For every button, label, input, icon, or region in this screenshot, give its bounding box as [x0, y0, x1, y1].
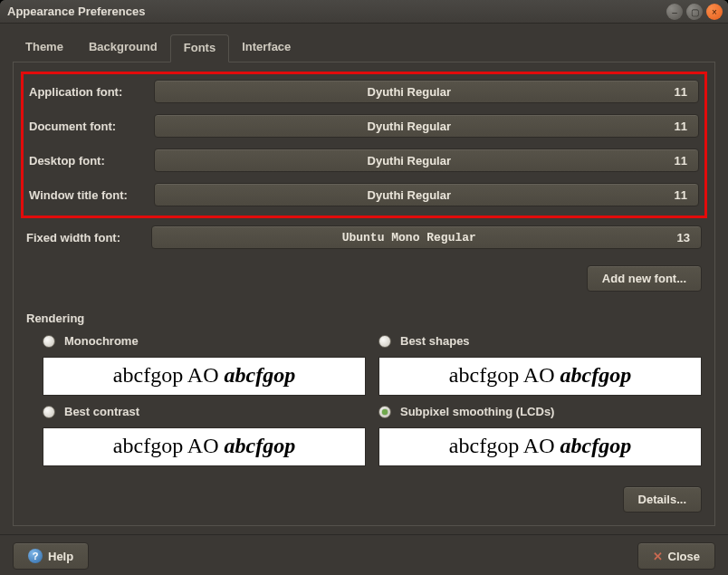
tab-fonts[interactable]: Fonts	[170, 34, 229, 62]
document-font-name: Dyuthi Regular	[155, 120, 664, 133]
close-button[interactable]: ✕ Close	[637, 542, 715, 570]
help-icon: ?	[28, 549, 43, 563]
details-button[interactable]: Details...	[623, 486, 702, 513]
desktop-font-size: 11	[664, 154, 698, 168]
add-new-font-button[interactable]: Add new font...	[587, 265, 702, 292]
minimize-icon[interactable]: –	[666, 4, 683, 20]
window-title-font-size: 11	[664, 188, 698, 202]
application-font-button[interactable]: Dyuthi Regular 11	[154, 80, 699, 103]
rendering-heading: Rendering	[26, 311, 702, 325]
radio-icon	[43, 335, 55, 348]
highlight-box: Application font: Dyuthi Regular 11 Docu…	[21, 72, 707, 218]
document-font-label: Document font:	[29, 120, 154, 133]
radio-best-contrast[interactable]: Best contrast	[43, 405, 366, 418]
application-font-size: 11	[664, 85, 698, 99]
desktop-font-label: Desktop font:	[29, 154, 154, 168]
document-font-size: 11	[664, 120, 698, 133]
radio-best-shapes[interactable]: Best shapes	[378, 334, 702, 348]
radio-monochrome[interactable]: Monochrome	[43, 334, 366, 348]
fonts-panel: Application font: Dyuthi Regular 11 Docu…	[13, 62, 715, 526]
window-title-font-name: Dyuthi Regular	[155, 188, 664, 202]
help-button[interactable]: ? Help	[13, 542, 89, 570]
application-font-label: Application font:	[29, 85, 154, 99]
tab-interface[interactable]: Interface	[229, 34, 303, 62]
titlebar[interactable]: Appearance Preferences – ▢ ×	[0, 0, 728, 24]
application-font-name: Dyuthi Regular	[155, 85, 664, 99]
window-title-font-label: Window title font:	[29, 188, 154, 202]
desktop-font-name: Dyuthi Regular	[155, 154, 664, 168]
radio-icon	[378, 406, 391, 418]
tab-bar: Theme Background Fonts Interface	[13, 34, 715, 62]
sample-monochrome: abcfgop AO abcfgop	[43, 357, 366, 396]
close-icon[interactable]: ×	[706, 4, 723, 20]
window-title-font-button[interactable]: Dyuthi Regular 11	[154, 183, 699, 206]
radio-icon	[43, 406, 55, 418]
sample-best-contrast: abcfgop AO abcfgop	[43, 427, 366, 466]
desktop-font-button[interactable]: Dyuthi Regular 11	[154, 149, 699, 172]
close-x-icon: ✕	[653, 550, 663, 563]
fixed-width-font-size: 13	[666, 231, 701, 244]
tab-background[interactable]: Background	[76, 34, 170, 62]
radio-icon	[378, 335, 391, 348]
sample-best-shapes: abcfgop AO abcfgop	[378, 357, 702, 396]
document-font-button[interactable]: Dyuthi Regular 11	[154, 114, 699, 138]
maximize-icon[interactable]: ▢	[686, 4, 703, 20]
window-title: Appearance Preferences	[7, 5, 145, 18]
radio-subpixel[interactable]: Subpixel smoothing (LCDs)	[378, 405, 702, 418]
sample-subpixel: abcfgop AO abcfgop	[378, 427, 702, 466]
fixed-width-font-label: Fixed width font:	[26, 231, 151, 244]
fixed-width-font-name: Ubuntu Mono Regular	[152, 231, 666, 244]
tab-theme[interactable]: Theme	[13, 34, 76, 62]
fixed-width-font-button[interactable]: Ubuntu Mono Regular 13	[151, 225, 702, 249]
